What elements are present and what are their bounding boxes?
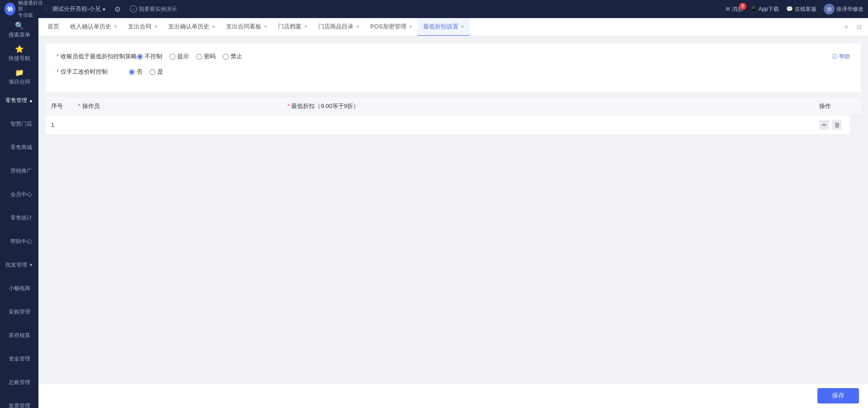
sidebar-item-label: 资金管理	[9, 355, 30, 363]
manual-radio-group: 否 是	[129, 68, 163, 76]
sidebar-item-online-store[interactable]: 零售商城	[0, 136, 38, 159]
tab-income-close[interactable]: ×	[114, 24, 117, 29]
tab-expense-board[interactable]: 支出合同看板 ×	[221, 18, 273, 36]
messages-button[interactable]: ✉ 消息 9	[726, 5, 743, 13]
manual-row: * 仅手工改价时控制 否 是	[57, 68, 850, 76]
strategy-label-text: 收银员低于最低折扣控制策略	[61, 53, 137, 60]
project-icon: 📁	[15, 68, 24, 77]
strategy-remind-label: 提示	[177, 52, 189, 61]
scrollbar-placeholder	[850, 98, 861, 115]
online-service-button[interactable]: 💬 在线客服	[786, 5, 816, 13]
main-layout: 🔍 搜索菜单 ⭐ 快捷导航 📁 项目合同 零售管理 ▲ 智慧门店 零售商城 营销…	[0, 18, 868, 408]
settings-button[interactable]: ⚙	[110, 5, 125, 14]
tab-pos-password-label: POS加密管理	[370, 23, 406, 31]
manual-yes-radio[interactable]	[150, 69, 156, 75]
message-icon: ✉	[726, 6, 730, 12]
tab-store-goods-close[interactable]: ×	[356, 24, 359, 29]
app-download-button[interactable]: 📱 App下载	[750, 5, 779, 13]
strategy-remind[interactable]: 提示	[170, 52, 189, 61]
required-star2: *	[57, 68, 59, 75]
close-all-tabs-button[interactable]: ×	[841, 22, 852, 33]
manual-label: * 仅手工改价时控制	[57, 68, 129, 76]
edit-icon[interactable]: ✏	[819, 120, 829, 130]
tab-min-discount[interactable]: 最低折扣设置 ×	[418, 18, 470, 36]
table-row: 1 ✏ 🗑	[46, 115, 861, 135]
col-header-action: 操作	[814, 98, 850, 115]
sidebar-item-ecommerce[interactable]: 小畅电商	[0, 277, 38, 300]
sidebar-item-project[interactable]: 📁 项目合同	[0, 65, 38, 89]
tabbar: 首页 收入确认单历史 × 支出合同 × 支出确认单历史 × 支出合同看板 × 门…	[38, 18, 868, 36]
strategy-no-control-radio[interactable]	[137, 54, 143, 60]
tab-home[interactable]: 首页	[42, 18, 65, 36]
cell-operator	[73, 115, 282, 135]
project-dropdown-icon	[103, 6, 105, 13]
manual-no-radio[interactable]	[129, 69, 135, 75]
tab-store-goods-label: 门店商品目录	[318, 23, 354, 31]
action-icons: ✏ 🗑	[819, 120, 844, 130]
app-logo: 畅 畅捷通好业财专业版	[5, 0, 43, 18]
save-button[interactable]: 保存	[817, 388, 859, 403]
demo-button[interactable]: ○ 我要看实例演示	[125, 5, 181, 13]
tab-pos-password[interactable]: POS加密管理 ×	[365, 18, 417, 36]
sidebar-item-smart-store[interactable]: 智慧门店	[0, 112, 38, 136]
sidebar-item-retail[interactable]: 零售管理 ▲	[0, 89, 38, 112]
sidebar-item-search[interactable]: 🔍 搜索菜单	[0, 18, 38, 42]
col-header-seq: 序号	[46, 98, 73, 115]
sidebar-item-wholesale[interactable]: 批发管理 ▼	[0, 253, 38, 277]
sidebar-item-member[interactable]: 会员中心	[0, 183, 38, 206]
tab-contract[interactable]: 支出合同 ×	[123, 18, 163, 36]
strategy-no-control[interactable]: 不控制	[137, 52, 162, 61]
sidebar-item-accounting[interactable]: 总账管理	[0, 370, 38, 394]
manual-no-label: 否	[137, 68, 142, 76]
avatar: 徐	[824, 4, 835, 14]
project-selector[interactable]: 测试分开亮程-小兄	[47, 5, 110, 13]
sidebar: 🔍 搜索菜单 ⭐ 快捷导航 📁 项目合同 零售管理 ▲ 智慧门店 零售商城 营销…	[0, 18, 38, 408]
form-card: * 收银员低于最低折扣控制策略 不控制 提示	[46, 43, 861, 92]
user-name: 徐泽华修改	[836, 5, 863, 13]
tab-store-archive-close[interactable]: ×	[304, 24, 307, 29]
tab-income[interactable]: 收入确认单历史 ×	[65, 18, 123, 36]
tab-pos-password-close[interactable]: ×	[409, 24, 412, 29]
sidebar-item-marketing[interactable]: 营销推广	[0, 159, 38, 183]
strategy-forbid-radio[interactable]	[223, 54, 229, 60]
strategy-password-radio[interactable]	[196, 54, 202, 60]
tab-income-label: 收入确认单历史	[70, 23, 111, 31]
strategy-forbid[interactable]: 禁止	[223, 52, 242, 61]
user-menu[interactable]: 徐 徐泽华修改	[824, 4, 863, 14]
tab-store-goods[interactable]: 门店商品目录 ×	[313, 18, 365, 36]
sidebar-item-label: 发票管理	[9, 402, 30, 408]
strategy-no-control-label: 不控制	[145, 52, 162, 61]
strategy-password-label: 密码	[204, 52, 216, 61]
sidebar-item-quicknav[interactable]: ⭐ 快捷导航	[0, 42, 38, 65]
tab-store-archive-label: 门店档案	[278, 23, 302, 31]
delete-icon[interactable]: 🗑	[832, 120, 842, 130]
tab-home-label: 首页	[47, 23, 59, 31]
strategy-remind-radio[interactable]	[170, 54, 175, 60]
cell-action: ✏ 🗑	[814, 115, 850, 135]
sidebar-item-stats[interactable]: 零售统计	[0, 206, 38, 230]
sidebar-item-label: 帮助中心	[10, 238, 32, 245]
sidebar-item-invoice[interactable]: 发票管理	[0, 394, 38, 408]
help-button[interactable]: ⓘ 帮助	[832, 53, 850, 61]
expand-tabs-button[interactable]: ⊡	[854, 22, 864, 33]
manual-yes-label: 是	[157, 68, 163, 76]
tab-contract-close[interactable]: ×	[154, 24, 157, 29]
sidebar-item-help[interactable]: 帮助中心	[0, 230, 38, 253]
sidebar-item-inventory[interactable]: 库存核算	[0, 324, 38, 347]
tab-expense-confirm-close[interactable]: ×	[212, 24, 215, 29]
sidebar-item-finance[interactable]: 资金管理	[0, 347, 38, 370]
sidebar-item-label: 采购管理	[9, 308, 30, 316]
strategy-password[interactable]: 密码	[196, 52, 216, 61]
sidebar-item-label: 项目合同	[9, 78, 30, 86]
tabbar-actions: × ⊡	[841, 22, 864, 33]
manual-yes[interactable]: 是	[150, 68, 163, 76]
tab-min-discount-close[interactable]: ×	[461, 24, 464, 29]
help-label: 帮助	[839, 53, 850, 61]
sidebar-item-purchase[interactable]: 采购管理	[0, 300, 38, 324]
manual-no[interactable]: 否	[129, 68, 142, 76]
tab-expense-board-close[interactable]: ×	[264, 24, 267, 29]
sidebar-item-label: 库存核算	[9, 332, 30, 339]
tab-store-archive[interactable]: 门店档案 ×	[273, 18, 313, 36]
tab-contract-label: 支出合同	[128, 23, 151, 31]
tab-expense-confirm[interactable]: 支出确认单历史 ×	[163, 18, 221, 36]
